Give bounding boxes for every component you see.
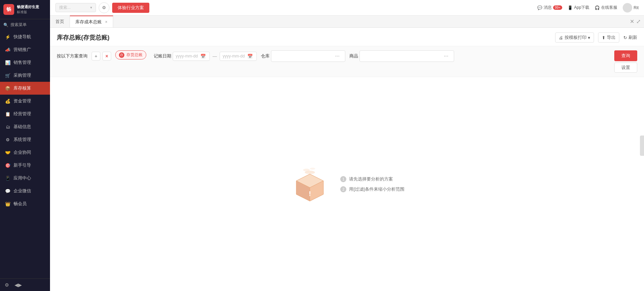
industry-btn[interactable]: 体验行业方案 [112,3,149,13]
warehouse-more-btn[interactable]: ··· [333,52,342,60]
sidebar-item-marketing[interactable]: 📣 营销推广 [0,43,50,56]
sidebar-item-wechat[interactable]: 💬 企业微信 [0,185,50,197]
sidebar-item-cooperation[interactable]: 🤝 企业协同 [0,146,50,159]
topbar-settings-button[interactable]: ⚙ [99,2,109,13]
empty-illustration: ! [290,164,330,204]
sidebar-item-finance[interactable]: 💰 资金管理 [0,95,50,107]
right-panel-collapse[interactable] [640,136,644,156]
breadcrumb-dropdown-icon[interactable]: ▾ [90,5,92,10]
date-end-input[interactable]: yyyy-mm-dd 📅 [220,52,257,61]
refresh-icon: ↻ [623,35,627,40]
filter-scheme[interactable]: 存 存货总账 [115,50,146,59]
member-icon: 👑 [5,201,11,207]
date-start-input[interactable]: yyyy-mm-dd 📅 [173,52,210,61]
close-panel-icon[interactable]: ✕ [630,18,634,25]
print-btn[interactable]: 🖨 按模板打印 ▾ [555,32,594,43]
calendar-end-icon: 📅 [247,54,253,59]
basic-info-icon: 🗂 [5,124,11,130]
messages-btn[interactable]: 💬 消息 99+ [537,5,562,10]
breadcrumb-input[interactable]: 搜索... ▾ [55,3,96,12]
search-btn-group: 查询 设置 [614,50,637,73]
query-btn[interactable]: 查询 [614,50,637,61]
product-input[interactable]: ··· [360,50,454,62]
sidebar-item-newbie[interactable]: 🎯 新手引导 [0,159,50,172]
app-download-btn[interactable]: 📱 App下载 [568,5,589,10]
export-btn[interactable]: ⬆ 导出 [598,32,619,43]
svg-text:!: ! [309,190,311,197]
filter-close-btn[interactable]: × [102,52,111,60]
sidebar-item-operations[interactable]: 📋 经营管理 [0,107,50,120]
print-dropdown-icon: ▾ [588,35,590,40]
tab-home[interactable]: 首页 [50,16,70,27]
product-more-btn[interactable]: ··· [442,52,450,60]
sidebar-nav: ⚡ 快捷导航 📣 营销推广 📊 销售管理 🛒 采购管理 📦 库存核算 💰 资金管… [0,30,50,278]
message-badge: 99+ [553,5,562,10]
inventory-icon: 📦 [5,85,11,91]
expand-panel-icon[interactable]: ⤢ [636,18,641,25]
printer-icon: 🖨 [559,35,563,40]
search-fields: 记账日期 yyyy-mm-dd 📅 — yyyy-mm-dd 📅 仓库 [150,50,610,62]
date-separator: — [213,54,217,59]
scheme-icon: 存 [119,52,124,58]
sidebar-item-inventory[interactable]: 📦 库存核算 [0,82,50,95]
tip-item-1: 1 请先选择要分析的方案 [340,176,404,182]
export-icon: ⬆ [602,35,605,40]
sidebar-item-basic-info[interactable]: 🗂 基础信息 [0,120,50,133]
svg-point-7 [310,168,315,170]
logo-text: 畅捷通好生意 标准版 [17,4,39,14]
filter-add-buttons: + × [92,50,111,60]
main-area: 搜索... ▾ ⚙ 体验行业方案 💬 消息 99+ 📱 App下载 🎧 在线客服 [50,0,644,291]
tip-item-2: 2 用[过滤]条件来缩小分析范围 [340,186,404,192]
search-icon: 🔍 [3,23,8,27]
page-header: 库存总账(存货总账) 🖨 按模板打印 ▾ ⬆ 导出 ↻ 刷新 [50,28,644,46]
avatar [623,3,632,13]
empty-tips: 1 请先选择要分析的方案 2 用[过滤]条件来缩小分析范围 [340,176,404,192]
tab-inventory-ledger[interactable]: 库存成本总账 × [70,16,113,27]
filter-add-btn[interactable]: + [92,52,100,60]
finance-icon: 💰 [5,98,11,104]
tab-close-icon[interactable]: × [105,20,107,24]
topbar-right: 💬 消息 99+ 📱 App下载 🎧 在线客服 Rit [537,3,639,13]
product-label: 商品 [349,53,358,59]
warehouse-field-group: 仓库 ··· [261,50,345,62]
sidebar-item-app-center[interactable]: 📱 应用中心 [0,172,50,185]
system-icon: ⚙ [5,137,11,143]
online-service-btn[interactable]: 🎧 在线客服 [595,5,617,10]
date-field-group: 记账日期 yyyy-mm-dd 📅 — yyyy-mm-dd 📅 [154,52,257,61]
topbar: 搜索... ▾ ⚙ 体验行业方案 💬 消息 99+ 📱 App下载 🎧 在线客服 [50,0,644,16]
sidebar-item-system[interactable]: ⚙ 系统管理 [0,133,50,146]
message-icon: 💬 [537,5,542,10]
page-title: 库存总账(存货总账) [57,33,109,42]
sidebar-search-item[interactable]: 🔍 搜索菜单 [0,19,50,30]
sidebar-item-purchase[interactable]: 🛒 采购管理 [0,69,50,82]
sidebar-settings-icon[interactable]: ⚙ [5,282,9,288]
headset-icon: 🎧 [595,5,600,10]
empty-state: ! 1 请先选择要分析的方案 2 用[过滤]条件来缩小分析范围 [50,77,644,291]
tip-num-2: 2 [340,186,346,192]
sales-icon: 📊 [5,59,11,66]
tip-num-1: 1 [340,176,346,182]
calendar-icon: 📅 [200,54,206,59]
operations-icon: 📋 [5,111,11,117]
tabs-bar: 首页 库存成本总账 × ✕ ⤢ [50,16,644,28]
tab-panel-close: ✕ ⤢ [626,18,644,25]
wechat-icon: 💬 [5,188,11,194]
user-profile[interactable]: Rit [623,3,639,13]
filter-label: 按以下方案查询 [57,50,88,59]
sidebar-item-member[interactable]: 👑 畅会员 [0,197,50,210]
sidebar: 畅 畅捷通好生意 标准版 🔍 搜索菜单 ⚡ 快捷导航 📣 营销推广 📊 销售管理… [0,0,50,291]
topbar-left: 搜索... ▾ ⚙ 体验行业方案 [55,2,534,13]
quick-nav-icon: ⚡ [5,34,11,40]
sidebar-item-sales[interactable]: 📊 销售管理 [0,56,50,69]
app-center-icon: 📱 [5,175,11,181]
warehouse-input[interactable]: ··· [271,50,345,62]
cooperation-icon: 🤝 [5,149,11,155]
sidebar-collapse-icon[interactable]: ◀▶ [15,282,22,288]
content-area: 库存总账(存货总账) 🖨 按模板打印 ▾ ⬆ 导出 ↻ 刷新 按以下方案查询 [50,28,644,291]
phone-icon: 📱 [568,5,573,10]
filter-area: 按以下方案查询 + × 存 存货总账 记账日期 yyyy-mm-dd [50,46,644,77]
newbie-icon: 🎯 [5,162,11,168]
settings-config-btn[interactable]: 设置 [614,63,637,73]
refresh-btn[interactable]: ↻ 刷新 [623,34,637,41]
sidebar-item-quick-nav[interactable]: ⚡ 快捷导航 [0,30,50,43]
